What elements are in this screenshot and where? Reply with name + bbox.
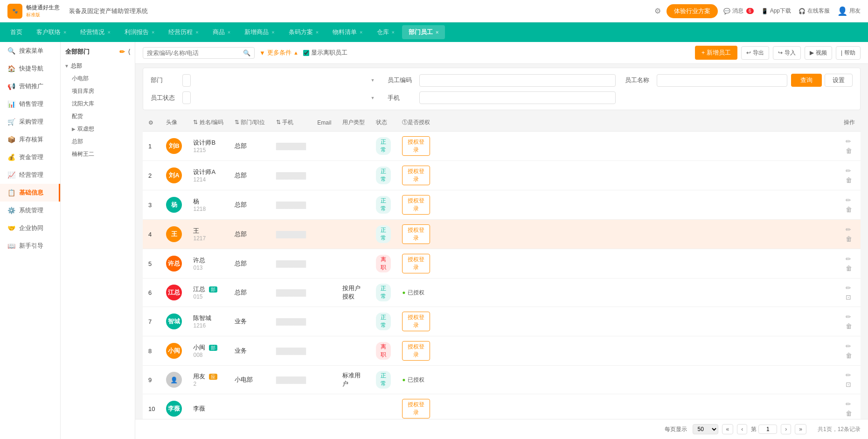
sidebar-item-search[interactable]: 🔍 搜索菜单	[0, 42, 60, 60]
col-phone[interactable]: ⇅ 手机	[271, 114, 312, 132]
tab-business[interactable]: 经营情况×	[74, 25, 117, 39]
delete-button[interactable]: 🗑	[844, 205, 854, 214]
next-page-button[interactable]: ›	[781, 424, 791, 434]
tab-add-goods[interactable]: 新增商品×	[238, 25, 281, 39]
delete-button[interactable]: 🗑	[844, 409, 854, 418]
add-employee-button[interactable]: + 新增员工	[695, 46, 737, 60]
tab-customer[interactable]: 客户联络×	[30, 25, 73, 39]
message-btn[interactable]: 💬 消息 6	[723, 7, 754, 15]
edit-button[interactable]: ✏	[844, 341, 853, 351]
import-button[interactable]: ↪ 导入	[773, 46, 801, 60]
show-resigned-checkbox[interactable]	[303, 50, 309, 56]
auth-button[interactable]: 授权登录	[402, 312, 430, 331]
set-button[interactable]: 设置	[825, 74, 853, 87]
edit-button[interactable]: ✏	[844, 225, 853, 234]
tree-item-project-storage[interactable]: 项目库房	[61, 85, 135, 98]
tree-item-delivery[interactable]: 配货	[61, 110, 135, 123]
tree-collapse-icon[interactable]: ⟨	[128, 48, 130, 56]
tab-warehouse[interactable]: 仓库×	[370, 25, 401, 39]
close-icon[interactable]: ×	[195, 29, 198, 35]
tab-bom[interactable]: 物料清单×	[326, 25, 369, 39]
close-icon[interactable]: ×	[228, 29, 230, 35]
delete-button[interactable]: 🗑	[844, 175, 854, 185]
tab-goods[interactable]: 商品×	[206, 25, 237, 39]
employee-name-input[interactable]	[657, 74, 787, 87]
search-input[interactable]	[147, 49, 240, 56]
page-size-select[interactable]: 50 100	[693, 424, 718, 434]
auth-button[interactable]: 授权登录	[402, 195, 430, 215]
tree-item-small-elec[interactable]: 小电部	[61, 72, 135, 85]
edit-button[interactable]: ✏	[844, 137, 853, 146]
last-page-button[interactable]: »	[795, 424, 806, 434]
status-select[interactable]	[182, 91, 191, 104]
delete-button[interactable]: 🗑	[844, 146, 854, 155]
app-download-btn[interactable]: 📱 App下载	[761, 7, 791, 15]
delete-button[interactable]: 🗑	[844, 351, 854, 360]
close-icon[interactable]: ×	[360, 29, 362, 35]
tree-edit-icon[interactable]: ✏	[119, 48, 125, 56]
delete-button[interactable]: 🗑	[844, 264, 854, 273]
tab-home[interactable]: 首页	[4, 25, 29, 39]
sidebar-item-marketing[interactable]: 📢 营销推广	[0, 77, 60, 95]
sidebar-item-basic[interactable]: 📋 基础信息	[0, 184, 60, 202]
tree-item-headquarters-parent[interactable]: ▼ 总部	[61, 60, 135, 72]
copy-button[interactable]: ⊡	[844, 293, 853, 302]
trial-button[interactable]: 体验行业方案	[667, 4, 718, 18]
auth-button[interactable]: 授权登录	[402, 166, 430, 185]
delete-button[interactable]: 🗑	[844, 321, 854, 331]
close-icon[interactable]: ×	[436, 29, 438, 35]
tab-dept-staff[interactable]: 部门员工×	[402, 25, 445, 39]
close-icon[interactable]: ×	[316, 29, 319, 35]
auth-button[interactable]: 授权登录	[402, 224, 430, 244]
sidebar-item-collab[interactable]: 🤝 企业协同	[0, 219, 60, 237]
sidebar-item-purchase[interactable]: 🛒 采购管理	[0, 113, 60, 131]
edit-button[interactable]: ✏	[844, 254, 853, 264]
prev-page-button[interactable]: ‹	[737, 424, 747, 434]
tree-item-shenyang[interactable]: 沈阳大库	[61, 98, 135, 110]
close-icon[interactable]: ×	[63, 29, 66, 35]
copy-button[interactable]: ⊡	[844, 380, 853, 389]
close-icon[interactable]: ×	[152, 29, 154, 35]
sidebar-item-inventory[interactable]: 📦 库存核算	[0, 131, 60, 148]
tab-profit[interactable]: 利润报告×	[118, 25, 161, 39]
user-btn[interactable]: 👤 用友	[837, 6, 861, 16]
edit-button[interactable]: ✏	[844, 195, 853, 205]
phone-input[interactable]	[419, 91, 615, 104]
search-input-wrap[interactable]: 🔍	[143, 47, 255, 59]
sidebar-item-finance[interactable]: 💰 资金管理	[0, 148, 60, 166]
export-button[interactable]: ↩ 导出	[741, 46, 769, 60]
view-button[interactable]: ▶ 视频	[805, 46, 832, 60]
auth-button[interactable]: 授权登录	[402, 136, 430, 156]
delete-button[interactable]: 🗑	[844, 234, 854, 244]
auth-button[interactable]: 授权登录	[402, 254, 430, 273]
edit-button[interactable]: ✏	[844, 399, 853, 409]
close-icon[interactable]: ×	[271, 29, 274, 35]
sidebar-item-sales[interactable]: 📊 销售管理	[0, 95, 60, 113]
edit-button[interactable]: ✏	[844, 312, 853, 321]
sidebar-item-nav[interactable]: 🏠 快捷导航	[0, 60, 60, 77]
employee-code-input[interactable]	[419, 74, 615, 87]
close-icon[interactable]: ×	[107, 29, 110, 35]
help-button[interactable]: | 帮助	[836, 46, 861, 60]
sidebar-item-system[interactable]: ⚙️ 系统管理	[0, 202, 60, 219]
edit-button[interactable]: ✏	[844, 370, 853, 380]
query-button[interactable]: 查询	[791, 74, 822, 87]
tab-history[interactable]: 经营历程×	[162, 25, 205, 39]
col-name[interactable]: ⇅ 姓名/编码	[187, 114, 229, 132]
edit-button[interactable]: ✏	[844, 166, 853, 175]
edit-button[interactable]: ✏	[844, 283, 853, 293]
tree-item-nanshu[interactable]: 楠树王二	[61, 148, 135, 160]
col-dept[interactable]: ⇅ 部门/职位	[229, 114, 271, 132]
first-page-button[interactable]: «	[722, 424, 734, 434]
dept-select[interactable]	[182, 74, 191, 87]
page-number-input[interactable]	[758, 425, 777, 434]
auth-button[interactable]: 授权登录	[402, 399, 430, 418]
sidebar-item-guide[interactable]: 📖 新手引导	[0, 237, 60, 255]
close-icon[interactable]: ×	[392, 29, 395, 35]
sidebar-item-management[interactable]: 📈 经营管理	[0, 166, 60, 184]
tree-item-shuangxu[interactable]: ▶ 双虚想	[61, 123, 135, 135]
more-filter-btn[interactable]: ▼ 更多条件 ▲	[259, 49, 299, 57]
settings-icon[interactable]: ⚙	[654, 7, 661, 15]
tree-item-hq[interactable]: 总部	[61, 135, 135, 148]
tab-barcode[interactable]: 条码方案×	[282, 25, 325, 39]
